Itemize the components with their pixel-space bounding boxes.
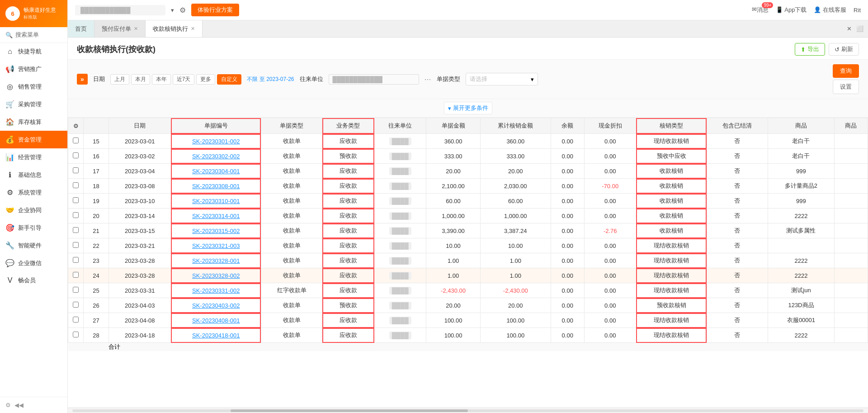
voucher-no-link[interactable]: SK-20230328-001: [192, 257, 240, 264]
cell-gear[interactable]: [68, 268, 84, 283]
cell-gear[interactable]: [68, 253, 84, 268]
sidebar-item-guide[interactable]: 🎯 新手引导: [0, 219, 67, 237]
app-download-btn[interactable]: 📱 App下载: [776, 6, 807, 14]
refresh-btn[interactable]: ↺ 刷新: [829, 43, 859, 56]
table-wrapper[interactable]: ⚙ 日期 单据编号 单据类型 业务类型 往来单位 单据金额 累计核销金额 余额 …: [68, 118, 868, 408]
row-checkbox[interactable]: [73, 152, 79, 158]
voucher-no-link[interactable]: SK-20230408-001: [192, 317, 240, 324]
sidebar-item-sales[interactable]: ◎ 销售管理: [0, 78, 67, 95]
voucher-no-link[interactable]: SK-20230418-001: [192, 332, 240, 339]
cell-gear[interactable]: [68, 194, 84, 209]
cell-gear[interactable]: [68, 313, 84, 328]
voucher-no-link[interactable]: SK-20230315-002: [192, 228, 240, 234]
voucher-no-link[interactable]: SK-20230310-001: [192, 198, 240, 204]
table-row[interactable]: 28 2023-04-18 SK-20230418-001 收款单 应收款 ██…: [68, 328, 868, 343]
table-row[interactable]: 21 2023-03-15 SK-20230315-002 收款单 应收款 ██…: [68, 223, 868, 238]
cell-voucher-no[interactable]: SK-20230328-001: [171, 253, 261, 268]
collection-tab-close[interactable]: ✕: [191, 26, 195, 32]
filter-toggle-btn[interactable]: »: [77, 74, 88, 85]
table-row[interactable]: 27 2023-04-08 SK-20230408-001 收款单 应收款 ██…: [68, 313, 868, 328]
cell-voucher-no[interactable]: SK-20230301-002: [171, 134, 261, 149]
topbar-search-box[interactable]: ████████████: [75, 5, 165, 15]
table-settings-btn[interactable]: 设置: [833, 80, 859, 94]
row-checkbox[interactable]: [73, 257, 79, 263]
row-checkbox[interactable]: [73, 227, 79, 233]
cell-voucher-no[interactable]: SK-20230328-002: [171, 268, 261, 283]
sidebar-item-system[interactable]: ⚙ 系统管理: [0, 184, 67, 201]
voucher-no-link[interactable]: SK-20230328-002: [192, 272, 240, 279]
online-service-btn[interactable]: 👤 在线客服: [814, 6, 846, 14]
cell-gear[interactable]: [68, 164, 84, 179]
row-checkbox[interactable]: [73, 182, 79, 188]
tab-home[interactable]: 首页: [68, 20, 94, 37]
row-checkbox[interactable]: [73, 302, 79, 308]
table-row[interactable]: 26 2023-04-03 SK-20230403-002 收款单 预收款 ██…: [68, 298, 868, 313]
payable-tab-close[interactable]: ✕: [134, 26, 138, 32]
table-row[interactable]: 15 2023-03-01 SK-20230301-002 收款单 应收款 ██…: [68, 134, 868, 149]
scrollbar-thumb[interactable]: [231, 409, 468, 412]
voucher-no-link[interactable]: SK-20230302-002: [192, 153, 240, 160]
cell-voucher-no[interactable]: SK-20230403-002: [171, 298, 261, 313]
sidebar-item-purchase[interactable]: 🛒 采购管理: [0, 95, 67, 113]
topbar-gear-icon[interactable]: ⚙: [179, 6, 186, 14]
table-row[interactable]: 16 2023-03-02 SK-20230302-002 收款单 预收款 ██…: [68, 149, 868, 164]
search-menu[interactable]: 🔍 搜索菜单: [0, 27, 67, 43]
voucher-no-link[interactable]: SK-20230331-002: [192, 287, 240, 294]
table-row[interactable]: 24 2023-03-28 SK-20230328-002 收款单 应收款 ██…: [68, 268, 868, 283]
voucher-no-link[interactable]: SK-20230314-001: [192, 213, 240, 219]
table-row[interactable]: 17 2023-03-04 SK-20230304-001 收款单 应收款 ██…: [68, 164, 868, 179]
voucher-no-link[interactable]: SK-20230304-001: [192, 168, 240, 175]
voucher-no-link[interactable]: SK-20230308-001: [192, 183, 240, 190]
cell-voucher-no[interactable]: SK-20230418-001: [171, 328, 261, 343]
cell-voucher-no[interactable]: SK-20230408-001: [171, 313, 261, 328]
table-row[interactable]: 25 2023-03-31 SK-20230331-002 红字收款单 应收款 …: [68, 283, 868, 298]
row-checkbox[interactable]: [73, 138, 79, 143]
cell-gear[interactable]: [68, 283, 84, 298]
table-row[interactable]: 20 2023-03-14 SK-20230314-001 收款单 应收款 ██…: [68, 209, 868, 223]
message-btn[interactable]: ✉ 消息 99+: [752, 6, 769, 14]
date-btn-last-month[interactable]: 上月: [110, 74, 129, 85]
cell-voucher-no[interactable]: SK-20230321-003: [171, 238, 261, 253]
date-btn-this-month[interactable]: 本月: [131, 74, 150, 85]
cell-voucher-no[interactable]: SK-20230310-001: [171, 194, 261, 209]
date-btn-this-year[interactable]: 本年: [152, 74, 171, 85]
table-row[interactable]: 18 2023-03-08 SK-20230308-001 收款单 应收款 ██…: [68, 179, 868, 194]
cell-voucher-no[interactable]: SK-20230304-001: [171, 164, 261, 179]
voucher-no-link[interactable]: SK-20230301-002: [192, 138, 240, 145]
sidebar-item-quick-nav[interactable]: ⌂ 快捷导航: [0, 43, 67, 60]
row-checkbox[interactable]: [73, 272, 79, 278]
trial-btn[interactable]: 体验行业方案: [191, 4, 239, 16]
cell-gear[interactable]: [68, 328, 84, 343]
row-checkbox[interactable]: [73, 332, 79, 337]
voucher-no-link[interactable]: SK-20230321-003: [192, 242, 240, 249]
row-checkbox[interactable]: [73, 242, 79, 248]
col-gear[interactable]: ⚙: [68, 118, 84, 134]
table-row[interactable]: 19 2023-03-10 SK-20230310-001 收款单 应收款 ██…: [68, 194, 868, 209]
sidebar-item-marketing[interactable]: 📢 营销推广: [0, 60, 67, 78]
cell-gear[interactable]: [68, 298, 84, 313]
cell-gear[interactable]: [68, 134, 84, 149]
close-window-icon[interactable]: ✕: [847, 25, 852, 32]
export-btn[interactable]: ⬆ 导出: [795, 43, 825, 56]
row-checkbox[interactable]: [73, 167, 79, 173]
date-btn-more[interactable]: 更多: [196, 74, 215, 85]
tab-collection[interactable]: 收款核销执行 ✕: [146, 20, 203, 37]
row-checkbox[interactable]: [73, 287, 79, 293]
more-filters-dots[interactable]: ···: [425, 75, 431, 84]
row-checkbox[interactable]: [73, 197, 79, 203]
table-row[interactable]: 22 2023-03-21 SK-20230321-003 收款单 应收款 ██…: [68, 238, 868, 253]
sidebar-item-collab[interactable]: 🤝 企业协同: [0, 201, 67, 219]
sidebar-item-hardware[interactable]: 🔧 智能硬件: [0, 237, 67, 254]
sidebar-item-operation[interactable]: 📊 经营管理: [0, 148, 67, 166]
cell-voucher-no[interactable]: SK-20230315-002: [171, 223, 261, 238]
horizontal-scrollbar[interactable]: [68, 408, 868, 413]
expand-more-btn[interactable]: ▾ 展开更多条件: [444, 102, 492, 114]
sidebar-item-basic[interactable]: ℹ 基础信息: [0, 166, 67, 184]
sidebar-item-inventory[interactable]: 🏠 库存核算: [0, 113, 67, 131]
date-btn-custom[interactable]: 自定义: [217, 74, 241, 85]
sidebar-item-member[interactable]: V 畅会员: [0, 272, 67, 289]
cell-gear[interactable]: [68, 223, 84, 238]
cell-gear[interactable]: [68, 179, 84, 194]
cell-gear[interactable]: [68, 209, 84, 223]
settings-icon[interactable]: ⚙: [5, 402, 11, 408]
